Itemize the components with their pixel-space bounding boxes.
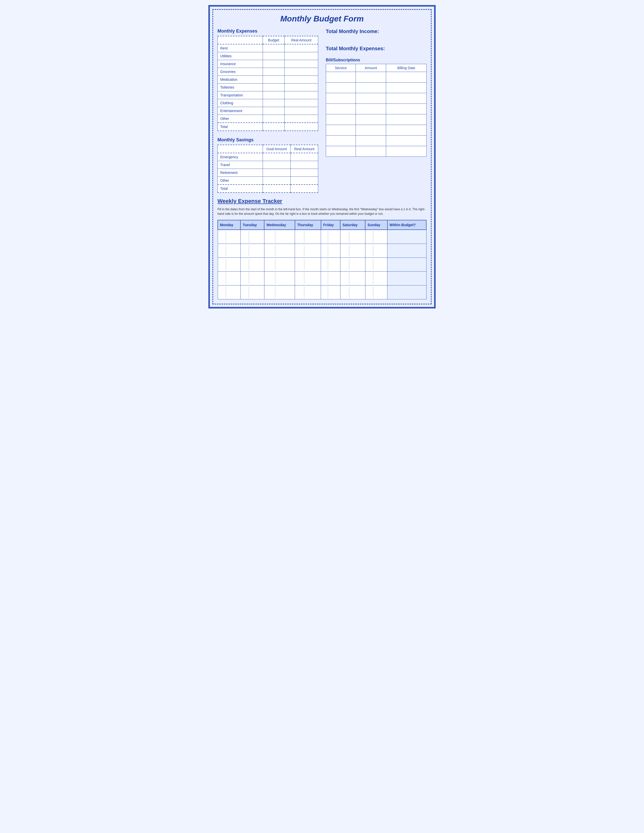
table-row: [326, 135, 427, 146]
col-wednesday: Wednesday: [264, 220, 295, 230]
monthly-expenses-table: Budget Real Amount Rent Utilities: [217, 36, 318, 131]
table-row: Emergency: [218, 153, 318, 161]
weekly-row: [218, 285, 426, 299]
monthly-expenses-heading: Monthly Expenses: [217, 29, 318, 34]
expenses-col-real: Real Amount: [285, 36, 318, 44]
table-row: Groceries: [218, 68, 318, 76]
table-row: Utilities: [218, 52, 318, 60]
page-title: Monthly Budget Form: [217, 11, 427, 24]
table-row: [326, 146, 427, 157]
bills-col-service: Service: [326, 64, 356, 72]
weekly-row: [218, 244, 426, 257]
weekly-tracker-description: Fill in the dates from the start of the …: [217, 207, 427, 216]
col-thursday: Thursday: [295, 220, 321, 230]
table-row: [326, 125, 427, 135]
expenses-col-budget: Budget: [263, 36, 285, 44]
weekly-row: [218, 271, 426, 285]
table-row: [326, 82, 427, 93]
bills-col-amount: Amount: [356, 64, 386, 72]
bills-heading: Bill/Subscriptions: [326, 58, 427, 62]
table-row: [326, 104, 427, 114]
table-row: Other: [218, 115, 318, 123]
table-row: Entertainment: [218, 107, 318, 115]
savings-col-real: Real Amount: [290, 145, 318, 153]
table-row: Rent: [218, 44, 318, 52]
weekly-tracker-heading: Weekly Expense Tracker: [217, 198, 427, 204]
col-monday: Monday: [218, 220, 240, 230]
weekly-row: [218, 230, 426, 244]
bills-col-billing-date: Billing Date: [386, 64, 427, 72]
table-row: Other: [218, 177, 318, 185]
col-friday: Friday: [321, 220, 340, 230]
monthly-savings-heading: Monthly Savings: [217, 137, 318, 143]
table-row: [326, 93, 427, 104]
weekly-tracker-table: Monday Tuesday Wednesday Thursday Friday…: [217, 220, 427, 299]
savings-col-goal: Goal Amount: [263, 145, 291, 153]
page-container: Monthly Budget Form Monthly Expenses Bud…: [208, 5, 436, 309]
table-row: [326, 72, 427, 82]
total-income-label: Total Monthly Income:: [326, 29, 427, 34]
weekly-tracker-section: Weekly Expense Tracker Fill in the dates…: [217, 198, 427, 299]
table-row-total: Total: [218, 123, 318, 131]
table-row: Retirement: [218, 169, 318, 177]
col-saturday: Saturday: [340, 220, 365, 230]
weekly-row: [218, 257, 426, 271]
table-row: Travel: [218, 161, 318, 169]
monthly-savings-table: Goal Amount Real Amount Emergency Travel: [217, 145, 318, 193]
table-row: Medication: [218, 76, 318, 84]
total-expenses-label: Total Monthly Expenses:: [326, 46, 427, 51]
table-row-total: Total: [218, 185, 318, 193]
table-row: Transportation: [218, 92, 318, 99]
table-row: Clothing: [218, 99, 318, 107]
table-row: Toiletries: [218, 84, 318, 92]
bills-table: Service Amount Billing Date: [326, 64, 427, 157]
col-within-budget: Within Budget?: [387, 220, 426, 230]
table-row: [326, 114, 427, 125]
table-row: Insurance: [218, 60, 318, 68]
col-tuesday: Tuesday: [240, 220, 264, 230]
col-sunday: Sunday: [365, 220, 387, 230]
